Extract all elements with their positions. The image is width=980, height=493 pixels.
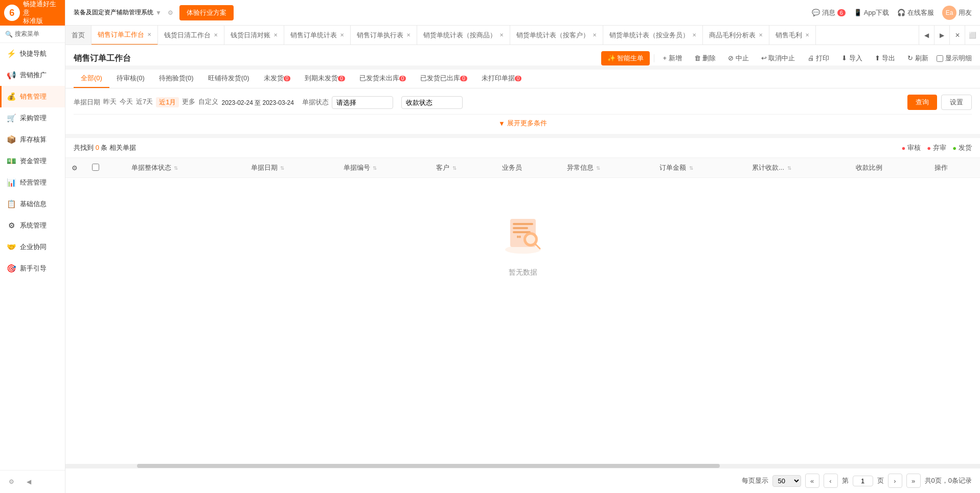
tab-close-all[interactable]: ✕ — [949, 26, 965, 45]
online-service-btn[interactable]: 🎧 在线客服 — [897, 8, 934, 17]
tab-scroll-left[interactable]: ◀ — [919, 26, 934, 45]
import-btn[interactable]: ⬇ 导入 — [837, 51, 867, 65]
sidebar-item-system[interactable]: ⚙系统管理 — [0, 215, 65, 236]
tab-maximize[interactable]: ⬜ — [965, 26, 980, 45]
export-btn[interactable]: ⬆ 导出 — [871, 51, 900, 65]
action-ship[interactable]: ● 发货 — [952, 143, 972, 152]
tab-product-margin[interactable]: 商品毛利分析表✕ — [703, 26, 769, 45]
sidebar-item-inventory[interactable]: 📦库存核算 — [0, 129, 65, 150]
sidebar-item-guide[interactable]: 🎯新手引导 — [0, 258, 65, 279]
sidebar-item-operations[interactable]: 📊经营管理 — [0, 172, 65, 193]
tab-sales-workbench[interactable]: 销售订单工作台✕ — [92, 26, 158, 45]
tab-cash-reconcile[interactable]: 钱货日清对账✕ — [224, 26, 284, 45]
settings-icon[interactable]: ⚙ — [5, 476, 17, 488]
tab-close-sales-order-stat[interactable]: ✕ — [340, 32, 344, 38]
tab-close-sales-stat-product[interactable]: ✕ — [499, 32, 504, 38]
action-uncheck[interactable]: ● 弃审 — [927, 143, 946, 152]
tab-sales-stat-staff[interactable]: 销货单统计表（按业务员）✕ — [603, 26, 703, 45]
filter-tab-wangpu-pending[interactable]: 旺铺待发货(0) — [201, 70, 257, 88]
action-review[interactable]: ● 审核 — [901, 143, 921, 152]
show-detail-check[interactable]: 显示明细 — [937, 54, 972, 63]
page-size-select[interactable]: 20 50 100 — [772, 475, 801, 487]
show-detail-checkbox[interactable] — [937, 55, 943, 62]
filter-tab-all[interactable]: 全部(0) — [74, 70, 109, 88]
scrollbar-area[interactable] — [65, 464, 980, 468]
next-page-btn[interactable]: › — [888, 474, 902, 488]
last-page-btn[interactable]: » — [906, 474, 921, 488]
th-number[interactable]: 单据编号 ⇅ — [337, 158, 430, 178]
tab-close-sales-workbench[interactable]: ✕ — [147, 32, 151, 37]
sidebar-item-enterprise[interactable]: 🤝企业协同 — [0, 236, 65, 258]
th-customer[interactable]: 客户 ⇅ — [430, 158, 496, 178]
tab-close-product-margin[interactable]: ✕ — [759, 32, 763, 38]
user-menu[interactable]: Ea 用友 — [942, 6, 972, 20]
tab-cash-daily[interactable]: 钱货日清工作台✕ — [158, 26, 224, 45]
collapse-icon[interactable]: ◀ — [22, 476, 35, 488]
sidebar-item-basic[interactable]: 📋基础信息 — [0, 193, 65, 215]
filter-tab-pending-inspect[interactable]: 待抱验货(0) — [152, 70, 201, 88]
filter-tab-shipped-out[interactable]: 已发货已出库0 — [413, 70, 474, 88]
inventory-icon: 📦 — [7, 135, 16, 144]
sidebar-search[interactable]: 🔍 搜索菜单 — [0, 26, 65, 43]
add-btn[interactable]: + 新增 — [658, 51, 686, 65]
gear-icon[interactable]: ⚙ — [168, 9, 173, 16]
sidebar-item-quick-nav[interactable]: ⚡快捷导航 — [0, 43, 65, 64]
tab-sales-profit[interactable]: 销售毛利✕ — [769, 26, 816, 45]
tab-home[interactable]: 首页 — [65, 26, 92, 45]
message-btn[interactable]: 💬 消息 6 — [812, 8, 846, 17]
industry-btn[interactable]: 体验行业方案 — [179, 5, 234, 20]
filter-tab-not-printed[interactable]: 未打印单据0 — [474, 70, 529, 88]
first-page-btn[interactable]: « — [805, 474, 819, 488]
th-staff[interactable]: 业务员 — [496, 158, 561, 178]
tab-sales-order-stat[interactable]: 销售订单统计表✕ — [284, 26, 351, 45]
sidebar-item-sales[interactable]: 💰销售管理 — [0, 86, 65, 107]
tab-close-sales-stat-customer[interactable]: ✕ — [592, 32, 597, 38]
sidebar-item-marketing[interactable]: 📢营销推广 — [0, 64, 65, 86]
date-link-近1月[interactable]: 近1月 — [156, 97, 179, 107]
th-status[interactable]: 单据整体状态 ⇅ — [125, 158, 245, 178]
date-link-今天[interactable]: 今天 — [120, 97, 133, 107]
smart-create-btn[interactable]: ✨ 智能生单 — [601, 51, 650, 65]
scrollbar-thumb[interactable] — [137, 464, 720, 468]
date-link-自定义[interactable]: 自定义 — [198, 97, 218, 107]
stop-btn[interactable]: ⊘ 中止 — [724, 51, 753, 65]
print-btn[interactable]: 🖨 打印 — [804, 51, 834, 65]
prev-page-btn[interactable]: ‹ — [824, 474, 838, 488]
th-abnormal[interactable]: 异常信息 ⇅ — [561, 158, 653, 178]
status-select[interactable]: 请选择 — [332, 96, 393, 109]
sidebar-item-purchase[interactable]: 🛒采购管理 — [0, 107, 65, 129]
dropdown-icon[interactable]: ▼ — [155, 9, 162, 16]
th-checkbox-all[interactable] — [86, 158, 125, 178]
date-link-昨天[interactable]: 昨天 — [103, 97, 117, 107]
th-date[interactable]: 单据日期 ⇅ — [245, 158, 337, 178]
filter-tab-expired-not-shipped[interactable]: 到期未发货0 — [298, 70, 352, 88]
tab-sales-stat-product[interactable]: 销货单统计表（按商品）✕ — [417, 26, 510, 45]
tab-close-cash-daily[interactable]: ✕ — [214, 32, 218, 38]
tab-close-sales-stat-staff[interactable]: ✕ — [692, 32, 696, 38]
expand-btn[interactable]: ▼ 展开更多条件 — [498, 119, 547, 128]
tab-close-cash-reconcile[interactable]: ✕ — [274, 32, 278, 38]
date-link-更多[interactable]: 更多 — [182, 97, 195, 107]
th-received[interactable]: 累计收款... ⇅ — [746, 158, 850, 178]
tab-close-sales-order-exec[interactable]: ✕ — [406, 32, 411, 38]
tab-sales-order-exec[interactable]: 销售订单执行表✕ — [351, 26, 417, 45]
tab-scroll-right[interactable]: ▶ — [934, 26, 949, 45]
purchase-icon: 🛒 — [7, 114, 16, 123]
query-btn[interactable]: 查询 — [907, 95, 937, 110]
app-download-btn[interactable]: 📱 App下载 — [854, 8, 889, 17]
date-link-近7天[interactable]: 近7天 — [136, 97, 153, 107]
filter-tab-not-shipped[interactable]: 未发货0 — [257, 70, 298, 88]
cancel-stop-btn[interactable]: ↩ 取消中止 — [757, 51, 800, 65]
payment-select[interactable]: 收款状态 — [401, 96, 463, 109]
filter-tab-pending-review[interactable]: 待审核(0) — [109, 70, 152, 88]
refresh-btn[interactable]: ↻ 刷新 — [903, 51, 932, 65]
page-title: 销售订单工作台 — [74, 53, 131, 64]
tab-sales-stat-customer[interactable]: 销货单统计表（按客户）✕ — [510, 26, 603, 45]
page-input[interactable] — [853, 476, 873, 486]
setting-btn[interactable]: 设置 — [941, 95, 972, 110]
filter-tab-shipped-not-out[interactable]: 已发货未出库0 — [352, 70, 414, 88]
delete-btn[interactable]: 🗑 删除 — [690, 51, 720, 65]
th-amount[interactable]: 订单金额 ⇅ — [653, 158, 746, 178]
sidebar-item-finance[interactable]: 💵资金管理 — [0, 150, 65, 172]
tab-close-sales-profit[interactable]: ✕ — [805, 32, 809, 38]
